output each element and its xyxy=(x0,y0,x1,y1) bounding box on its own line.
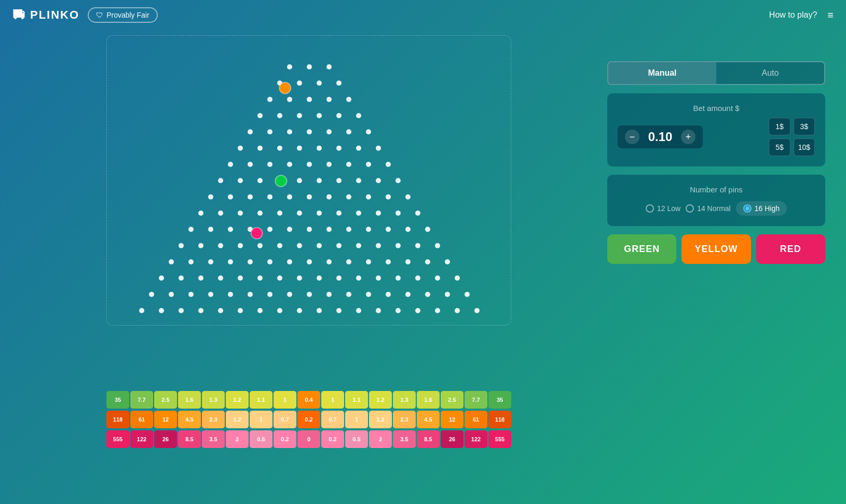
mult-cell: 0.4 xyxy=(297,391,320,409)
board-inner xyxy=(106,35,511,326)
mult-cell: 3.5 xyxy=(202,430,225,448)
mult-cell: 61 xyxy=(130,411,153,428)
mult-cell: 12 xyxy=(441,411,463,428)
mult-cell: 0.7 xyxy=(321,411,344,428)
pin-label-14normal: 14 Normal xyxy=(697,204,731,213)
mult-cell: 35 xyxy=(488,391,511,409)
mult-cell: 555 xyxy=(488,430,511,448)
pin-option-16high[interactable]: 16 High xyxy=(736,201,787,216)
how-to-play-link[interactable]: How to play? xyxy=(769,10,817,20)
pin-label-16high: 16 High xyxy=(755,204,780,213)
bet-value: 0.10 xyxy=(645,130,676,144)
radio-16high-inner xyxy=(745,206,749,211)
pins-options: 12 Low 14 Normal 16 High xyxy=(618,201,815,216)
mult-cell: 1.6 xyxy=(417,391,440,409)
mult-cell: 1.2 xyxy=(369,411,392,428)
mult-cell: 555 xyxy=(106,430,129,448)
mult-cell: 12 xyxy=(154,411,177,428)
mult-cell: 3.5 xyxy=(393,430,416,448)
mult-cell: 1.2 xyxy=(369,391,392,409)
mult-cell: 4.5 xyxy=(417,411,440,428)
main-content: 357.72.51.61.31.21.110.411.11.21.31.62.5… xyxy=(0,30,846,503)
green-multiplier-row: 357.72.51.61.31.21.110.411.11.21.31.62.5… xyxy=(106,391,511,409)
bet-label: Bet amount $ xyxy=(618,104,815,113)
mult-cell: 0.2 xyxy=(321,430,344,448)
bet-decrement-button[interactable]: − xyxy=(625,130,639,144)
radio-16high xyxy=(743,204,752,213)
mult-cell: 2.3 xyxy=(393,411,416,428)
mult-cell: 122 xyxy=(130,430,153,448)
menu-icon[interactable]: ≡ xyxy=(827,9,834,21)
mult-cell: 118 xyxy=(488,411,511,428)
mult-cell: 0.7 xyxy=(274,411,296,428)
tab-auto[interactable]: Auto xyxy=(716,62,824,84)
header: ⛟ PLINKO 🛡 Provably Fair How to play? ≡ xyxy=(0,0,846,30)
mode-tabs: Manual Auto xyxy=(607,61,825,85)
mult-cell: 1.1 xyxy=(345,391,368,409)
pin-option-14normal[interactable]: 14 Normal xyxy=(686,201,731,216)
mult-cell: 2.5 xyxy=(441,391,463,409)
pin-label-12low: 12 Low xyxy=(657,204,680,213)
radio-12low xyxy=(646,204,654,213)
radio-14normal xyxy=(686,204,694,213)
quick-bet-1[interactable]: 1$ xyxy=(769,118,790,135)
mult-cell: 2.5 xyxy=(154,391,177,409)
mult-cell: 1 xyxy=(250,411,272,428)
plinko-canvas xyxy=(107,36,512,326)
mult-cell: 7.7 xyxy=(130,391,153,409)
mult-cell: 0.2 xyxy=(274,430,296,448)
mult-cell: 1.1 xyxy=(250,391,272,409)
logo-icon: ⛟ xyxy=(12,8,26,22)
mult-cell: 1.6 xyxy=(178,391,201,409)
mult-cell: 0 xyxy=(297,430,320,448)
mult-cell: 8.5 xyxy=(417,430,440,448)
pin-option-12low[interactable]: 12 Low xyxy=(646,201,680,216)
mult-cell: 0.5 xyxy=(250,430,272,448)
mult-cell: 1.2 xyxy=(226,391,249,409)
bet-input-area: − 0.10 + xyxy=(618,125,703,148)
mult-cell: 26 xyxy=(441,430,463,448)
logo: ⛟ PLINKO xyxy=(12,8,79,22)
mult-cell: 61 xyxy=(465,411,487,428)
mult-cell: 122 xyxy=(465,430,487,448)
provably-fair-label: Provably Fair xyxy=(106,11,149,19)
board-container: 357.72.51.61.31.21.110.411.11.21.31.62.5… xyxy=(106,35,511,388)
pins-label: Number of pins xyxy=(618,185,815,194)
mult-cell: 1.3 xyxy=(202,391,225,409)
mult-cell: 0.5 xyxy=(345,430,368,448)
mult-cell: 2 xyxy=(226,430,249,448)
mult-cell: 26 xyxy=(154,430,177,448)
risk-buttons: GREEN YELLOW RED xyxy=(607,234,825,264)
shield-icon: 🛡 xyxy=(96,11,103,19)
pins-panel: Number of pins 12 Low 14 Normal 16 High xyxy=(607,175,825,226)
bet-panel: Bet amount $ − 0.10 + 1$ 3$ 5$ 10$ xyxy=(607,93,825,166)
logo-text: PLINKO xyxy=(30,8,79,22)
mult-cell: 35 xyxy=(106,391,129,409)
header-left: ⛟ PLINKO 🛡 Provably Fair xyxy=(12,7,158,23)
yellow-multiplier-row: 11861124.52.31.210.70.20.711.22.34.51261… xyxy=(106,411,511,428)
mult-cell: 2 xyxy=(369,430,392,448)
plinko-area: 357.72.51.61.31.21.110.411.11.21.31.62.5… xyxy=(21,35,597,388)
quick-bet-10[interactable]: 10$ xyxy=(794,138,815,156)
red-multiplier-row: 555122268.53.520.50.200.20.523.58.526122… xyxy=(106,430,511,448)
bet-increment-button[interactable]: + xyxy=(681,130,695,144)
mult-cell: 8.5 xyxy=(178,430,201,448)
risk-yellow-button[interactable]: YELLOW xyxy=(681,234,751,264)
risk-red-button[interactable]: RED xyxy=(756,234,825,264)
header-right: How to play? ≡ xyxy=(769,9,834,21)
right-panel: Manual Auto Bet amount $ − 0.10 + 1$ 3$ … xyxy=(607,61,825,264)
quick-bets: 1$ 3$ 5$ 10$ xyxy=(769,118,815,156)
mult-cell: 1.2 xyxy=(226,411,249,428)
quick-bet-5[interactable]: 5$ xyxy=(769,138,790,156)
provably-fair-button[interactable]: 🛡 Provably Fair xyxy=(88,7,157,23)
mult-cell: 7.7 xyxy=(465,391,487,409)
mult-cell: 2.3 xyxy=(202,411,225,428)
mult-cell: 118 xyxy=(106,411,129,428)
risk-green-button[interactable]: GREEN xyxy=(607,234,676,264)
mult-cell: 1 xyxy=(274,391,296,409)
tab-manual[interactable]: Manual xyxy=(608,62,716,84)
bet-row: − 0.10 + 1$ 3$ 5$ 10$ xyxy=(618,118,815,156)
mult-cell: 1 xyxy=(321,391,344,409)
quick-bet-3[interactable]: 3$ xyxy=(794,118,815,135)
multiplier-section: 357.72.51.61.31.21.110.411.11.21.31.62.5… xyxy=(106,391,511,448)
